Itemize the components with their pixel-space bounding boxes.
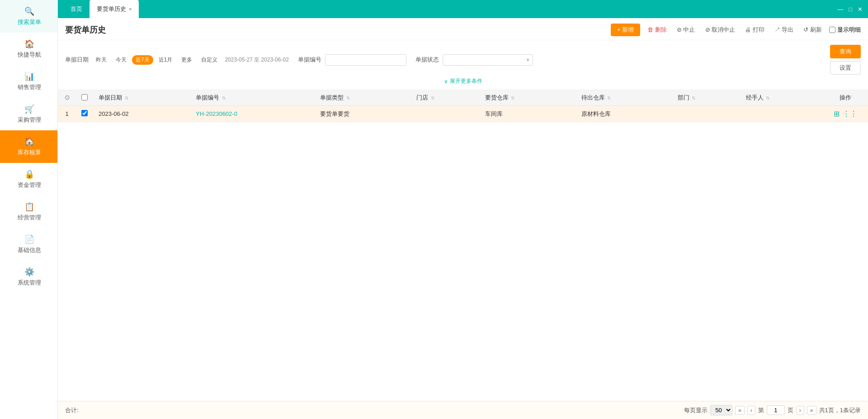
date-btn-自定义[interactable]: 自定义: [198, 55, 221, 65]
per-page-label: 每页显示: [684, 406, 708, 414]
expand-more[interactable]: ∨ 展开更多条件: [65, 77, 861, 85]
minimize-icon[interactable]: —: [837, 6, 843, 13]
date-btn-今天[interactable]: 今天: [112, 55, 130, 65]
page-suffix: 页: [788, 406, 793, 414]
quick-nav-icon: 🏠: [24, 39, 34, 49]
restore-icon[interactable]: □: [849, 6, 852, 13]
date-btn-近7天[interactable]: 近7天: [132, 55, 153, 65]
per-page-select[interactable]: 50: [710, 405, 732, 415]
sidebar-item-quick-nav[interactable]: 🏠 快捷导航: [0, 33, 57, 65]
td-num: 1: [58, 106, 76, 122]
date-btn-更多[interactable]: 更多: [178, 55, 196, 65]
operations-icon: 📋: [24, 202, 34, 212]
th-checkbox: [76, 90, 93, 106]
date-btn-近1月[interactable]: 近1月: [155, 55, 176, 65]
sidebar-item-system[interactable]: ⚙️ 系统管理: [0, 261, 57, 293]
page-header: 要货单历史 + 新增 🗑 删除 ⊘ 中止 ⊘ 取消中止 🖨 打印 ↗ 导出 ↺ …: [58, 18, 868, 40]
date-btn-昨天[interactable]: 昨天: [92, 55, 110, 65]
topbar-tab-requisition-history[interactable]: 要货单历史×: [90, 0, 139, 18]
show-detail-text: 显示明细: [837, 26, 861, 34]
sort-icon-pending: ⇅: [607, 95, 611, 100]
sort-icon-dept: ⇅: [692, 95, 695, 100]
table-row: 1 2023-06-02 YH-20230602-0 要货单要货 车间库 原材料…: [58, 106, 868, 122]
sort-icon-type: ⇅: [346, 95, 350, 100]
delete-button[interactable]: 🗑 删除: [645, 24, 670, 36]
sidebar-item-purchase[interactable]: 🛒 采购管理: [0, 98, 57, 130]
sidebar-item-inventory[interactable]: 🏠 库存核算: [0, 130, 57, 163]
more-icon[interactable]: ⋮⋮: [843, 110, 857, 118]
total-info: 共1页，1条记录: [819, 406, 861, 414]
docno-input[interactable]: [325, 54, 406, 66]
doc-no-link[interactable]: YH-20230602-0: [196, 110, 237, 117]
purchase-icon: 🛒: [24, 104, 34, 114]
select-all-checkbox[interactable]: [81, 94, 88, 100]
finance-icon: 🔒: [24, 169, 34, 179]
status-select[interactable]: [443, 54, 533, 66]
sidebar-label-finance: 资金管理: [18, 181, 41, 189]
td-store: [411, 106, 479, 122]
th-ops: 操作: [823, 90, 868, 106]
th-req-warehouse: 要货仓库 ⇅: [480, 90, 576, 106]
page-input[interactable]: [767, 405, 785, 415]
td-checkbox: [76, 106, 93, 122]
td-doc-date: 2023-06-02: [93, 106, 190, 122]
sales-icon: 📊: [24, 71, 34, 81]
search-menu-icon: 🔍: [24, 6, 34, 16]
main-table: ⚙ 单据日期 ⇅ 单据编号 ⇅: [58, 90, 868, 122]
th-doc-no: 单据编号 ⇅: [190, 90, 315, 106]
date-label: 单据日期: [65, 56, 89, 64]
date-range: 2023-05-27 至 2023-06-02: [225, 56, 288, 64]
new-button[interactable]: + 新增: [611, 24, 640, 36]
sidebar-item-search-menu[interactable]: 🔍 搜索菜单: [0, 0, 57, 33]
sidebar-item-finance[interactable]: 🔒 资金管理: [0, 163, 57, 195]
row-checkbox[interactable]: [81, 110, 88, 116]
sidebar-label-purchase: 采购管理: [18, 116, 41, 124]
sort-icon-handler: ⇅: [766, 95, 769, 100]
prev-page-button[interactable]: ‹: [747, 406, 755, 415]
th-settings: ⚙: [58, 90, 76, 106]
sidebar: 🔍 搜索菜单 🏠 快捷导航 📊 销售管理 🛒 采购管理 🏠 库存核算 🔒 资金管…: [0, 0, 58, 419]
sidebar-item-operations[interactable]: 📋 经营管理: [0, 195, 57, 228]
topbar-tab-home[interactable]: 首页: [63, 0, 90, 18]
status-select-wrapper: [443, 54, 533, 66]
sidebar-item-sales[interactable]: 📊 销售管理: [0, 65, 57, 98]
th-store: 门店 ⇅: [411, 90, 479, 106]
cancel-stop-button[interactable]: ⊘ 取消中止: [703, 24, 738, 36]
page-title: 要货单历史: [65, 24, 611, 35]
sort-icon-no: ⇅: [222, 95, 226, 100]
td-pending-warehouse: 原材料仓库: [576, 106, 672, 122]
sidebar-label-quick-nav: 快捷导航: [18, 51, 41, 59]
td-handler: [741, 106, 823, 122]
th-doc-type: 单据类型 ⇅: [315, 90, 411, 106]
sidebar-label-basic-info: 基础信息: [18, 246, 41, 254]
table-area: ⚙ 单据日期 ⇅ 单据编号 ⇅: [58, 90, 868, 401]
sort-icon-store: ⇅: [431, 95, 434, 100]
date-buttons: 昨天今天近7天近1月更多自定义: [92, 55, 221, 65]
settings-icon[interactable]: ⚙: [64, 94, 70, 101]
sidebar-label-sales: 销售管理: [18, 83, 41, 91]
last-page-button[interactable]: »: [807, 406, 816, 415]
page-label: 第: [758, 406, 764, 414]
view-icon[interactable]: ⊞: [834, 110, 840, 118]
sidebar-label-inventory: 库存核算: [18, 148, 41, 157]
table-body: 1 2023-06-02 YH-20230602-0 要货单要货 车间库 原材料…: [58, 106, 868, 122]
docno-label: 单据编号: [298, 56, 321, 64]
next-page-button[interactable]: ›: [796, 406, 804, 415]
first-page-button[interactable]: «: [735, 406, 745, 415]
filter-row-1: 单据日期 昨天今天近7天近1月更多自定义 2023-05-27 至 2023-0…: [65, 45, 861, 75]
setting-button[interactable]: 设置: [830, 61, 861, 75]
print-button[interactable]: 🖨 打印: [742, 24, 767, 36]
system-icon: ⚙️: [24, 267, 34, 277]
tab-close-icon-requisition-history[interactable]: ×: [129, 6, 132, 12]
query-button[interactable]: 查询: [830, 45, 861, 58]
export-button[interactable]: ↗ 导出: [772, 24, 797, 36]
show-detail-checkbox[interactable]: [829, 27, 835, 33]
expand-label: 展开更多条件: [450, 77, 482, 85]
close-icon[interactable]: ✕: [858, 6, 863, 13]
filter-area: 单据日期 昨天今天近7天近1月更多自定义 2023-05-27 至 2023-0…: [58, 40, 868, 90]
refresh-button[interactable]: ↺ 刷新: [801, 24, 825, 36]
show-detail-label[interactable]: 显示明细: [829, 26, 861, 34]
sidebar-item-basic-info[interactable]: 📄 基础信息: [0, 228, 57, 261]
stop-button[interactable]: ⊘ 中止: [674, 24, 698, 36]
table-header-row: ⚙ 单据日期 ⇅ 单据编号 ⇅: [58, 90, 868, 106]
